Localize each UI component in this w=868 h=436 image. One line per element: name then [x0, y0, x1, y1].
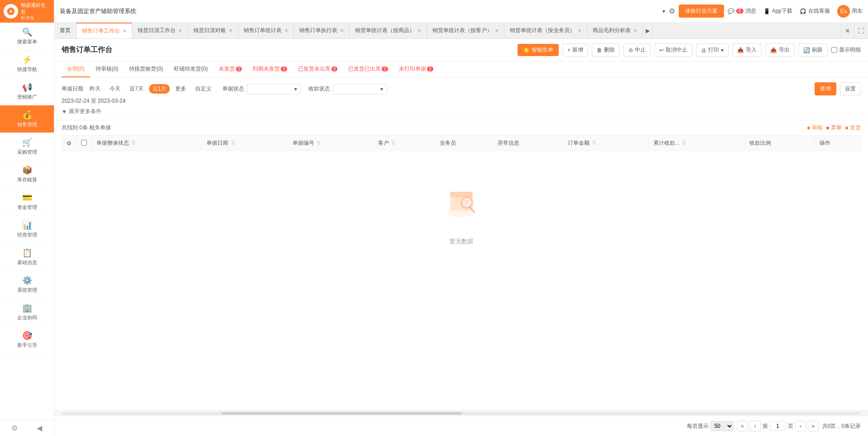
industry-btn[interactable]: 体验行业方案 — [679, 5, 724, 18]
filter-tab-pending-review[interactable]: 待审核(0) — [90, 62, 124, 77]
last-page-btn[interactable]: » — [808, 421, 819, 431]
delete-btn[interactable]: 🗑 删除 — [592, 43, 620, 57]
sidebar-item-inventory[interactable]: 📦 库存核算 — [0, 161, 54, 188]
next-page-btn[interactable]: › — [795, 421, 806, 431]
sort-icon[interactable]: ⇅ — [592, 140, 596, 146]
close-tab-cash-reconcile[interactable]: ✕ — [229, 28, 232, 33]
date-yesterday[interactable]: 昨天 — [86, 84, 104, 94]
stop-btn[interactable]: ⊘ 中止 — [623, 43, 651, 57]
import-btn[interactable]: 📥 导入 — [732, 43, 762, 57]
filter-tab-shipped-not-in[interactable]: 已发货未出库0 — [293, 62, 343, 77]
sidebar-collapse-btn[interactable]: ◀ — [29, 424, 51, 432]
filter-tab-expired[interactable]: 到期未发货0 — [247, 62, 293, 77]
sidebar-item-enterprise[interactable]: 🏢 企业协同 — [0, 299, 54, 326]
sidebar-item-marketing[interactable]: 📢 营销推广 — [0, 78, 54, 105]
sidebar-item-label: 资金管理 — [17, 204, 37, 211]
expand-filter-btn[interactable]: ▼ 展开更多条件 — [62, 108, 861, 115]
th-checkbox[interactable] — [77, 136, 92, 151]
tab-home[interactable]: 首页 — [54, 23, 77, 39]
sort-icon[interactable]: ⇅ — [682, 140, 686, 146]
close-tab-sales-stat[interactable]: ✕ — [284, 28, 288, 33]
filter-tab-not-shipped[interactable]: 未发货0 — [213, 62, 248, 77]
sidebar-item-finance[interactable]: 💳 资金管理 — [0, 188, 54, 216]
close-tab-sales-exec[interactable]: ✕ — [340, 28, 344, 33]
tab-gross-profit[interactable]: 商品毛利分析表 ✕ — [587, 23, 643, 39]
sort-icon[interactable]: ⇅ — [131, 140, 136, 146]
filter-tab-all[interactable]: 全部(0) — [62, 62, 90, 77]
th-settings[interactable]: ⚙ — [62, 136, 77, 151]
horizontal-scrollbar[interactable] — [54, 410, 868, 416]
sort-icon[interactable]: ⇅ — [391, 140, 396, 146]
settings-btn[interactable]: 设置 — [840, 82, 861, 95]
sidebar-item-purchase[interactable]: 🛒 采购管理 — [0, 133, 54, 161]
close-tab-cash-daily[interactable]: ✕ — [178, 28, 182, 33]
close-tab-sales-staff[interactable]: ✕ — [578, 28, 581, 33]
date-7days[interactable]: 近7天 — [126, 84, 147, 94]
page-total-label: 页 — [788, 422, 793, 430]
filter-tab-not-printed[interactable]: 未打印单据0 — [393, 62, 439, 77]
close-tab-sales-workbench[interactable]: ✕ — [123, 28, 126, 33]
filter-tab-shipped-in[interactable]: 已发货已出库0 — [343, 62, 393, 77]
sidebar-item-search[interactable]: 🔍 搜索菜单 — [0, 23, 54, 50]
payment-select[interactable]: ▾ — [333, 84, 387, 95]
close-tab-gross-profit[interactable]: ✕ — [633, 28, 637, 33]
notification-item[interactable]: 💬 6 消息 — [728, 7, 756, 15]
date-label: 单据日期 — [62, 85, 83, 93]
sidebar-item-system[interactable]: ⚙️ 系统管理 — [0, 271, 54, 299]
sidebar-nav: 🔍 搜索菜单 ⚡ 快捷导航 📢 营销推广 💰 销售管理 🛒 采购管理 📦 库存核… — [0, 23, 54, 420]
export-btn[interactable]: 📤 导出 — [765, 43, 795, 57]
sort-icon[interactable]: ⇅ — [317, 140, 321, 146]
show-detail-checkbox[interactable] — [831, 47, 837, 53]
date-1month[interactable]: 近1月 — [149, 84, 170, 94]
tab-close-current[interactable]: ✕ — [841, 23, 854, 39]
tab-cash-daily[interactable]: 钱货日清工作台 ✕ — [132, 23, 188, 39]
tab-sales-product[interactable]: 销货单统计表（按商品） ✕ — [350, 23, 427, 39]
sidebar-item-sales[interactable]: 💰 销售管理 — [0, 105, 54, 133]
sidebar-item-operations[interactable]: 📊 经营管理 — [0, 216, 54, 243]
date-custom[interactable]: 自定义 — [192, 84, 215, 94]
sidebar-item-base-info[interactable]: 📋 基础信息 — [0, 243, 54, 271]
tab-expand[interactable]: ⛶ — [854, 23, 868, 39]
tab-cash-reconcile[interactable]: 钱货日清对账 ✕ — [188, 23, 238, 39]
ship-action[interactable]: 发货 — [845, 124, 861, 132]
app-download-item[interactable]: 📱 App下载 — [763, 7, 792, 15]
print-btn[interactable]: 🖨 打印 ▾ — [696, 43, 729, 57]
filter-tab-pending-inspect[interactable]: 待拣货验货(0) — [124, 62, 168, 77]
select-all-checkbox[interactable] — [81, 140, 87, 146]
sort-icon[interactable]: ⇅ — [231, 140, 235, 146]
close-tab-sales-product[interactable]: ✕ — [417, 28, 421, 33]
prev-page-btn[interactable]: ‹ — [750, 421, 761, 431]
query-btn[interactable]: 查询 — [815, 82, 836, 95]
gear-icon[interactable]: ⚙ — [669, 7, 675, 15]
tab-sales-staff[interactable]: 销货单统计表（按业务员） ✕ — [504, 23, 587, 39]
status-select[interactable]: ▾ — [247, 84, 301, 95]
show-detail-label[interactable]: 显示明细 — [831, 46, 861, 54]
first-page-btn[interactable]: « — [737, 421, 748, 431]
smart-create-btn[interactable]: ⭐ 智能生单 — [518, 44, 559, 56]
date-filter: 单据日期 昨天 今天 近7天 近1月 更多 自定义 — [62, 84, 215, 94]
filter-tab-wangpu[interactable]: 旺铺待发货(0) — [168, 62, 213, 77]
tab-sales-workbench[interactable]: 销售订单工作台 ✕ — [77, 23, 132, 39]
mobile-icon: 📱 — [763, 8, 770, 14]
user-item[interactable]: Ea 用友 — [837, 5, 863, 18]
tab-sales-exec[interactable]: 销售订单执行表 ✕ — [294, 23, 350, 39]
tab-sales-stat[interactable]: 销售订单统计表 ✕ — [238, 23, 294, 39]
approve-action[interactable]: 审核 — [807, 124, 823, 132]
add-btn[interactable]: + 新增 — [562, 43, 588, 57]
date-today[interactable]: 今天 — [106, 84, 124, 94]
tab-sales-customer[interactable]: 销货单统计表（按客户） ✕ — [427, 23, 504, 39]
sidebar-item-quick-nav[interactable]: ⚡ 快捷导航 — [0, 50, 54, 78]
page-size-dropdown[interactable]: 10 20 50 100 — [710, 421, 734, 431]
online-service-item[interactable]: 🎧 在线客服 — [800, 7, 830, 15]
page-input[interactable] — [770, 422, 786, 431]
close-tab-sales-customer[interactable]: ✕ — [495, 28, 499, 33]
cancel-stop-btn[interactable]: ↩ 取消中止 — [654, 43, 692, 57]
sidebar-settings-btn[interactable]: ⚙ — [4, 424, 26, 432]
date-more[interactable]: 更多 — [172, 84, 190, 94]
unapprove-action[interactable]: 弃审 — [826, 124, 842, 132]
tab-nav-more[interactable]: ▶ — [643, 23, 653, 39]
refresh-btn[interactable]: 🔄 刷新 — [798, 43, 828, 57]
sidebar-item-guide[interactable]: 🎯 新手引导 — [0, 326, 54, 354]
system-dropdown[interactable]: ▾ — [662, 8, 665, 14]
scroll-thumb[interactable] — [221, 412, 461, 415]
